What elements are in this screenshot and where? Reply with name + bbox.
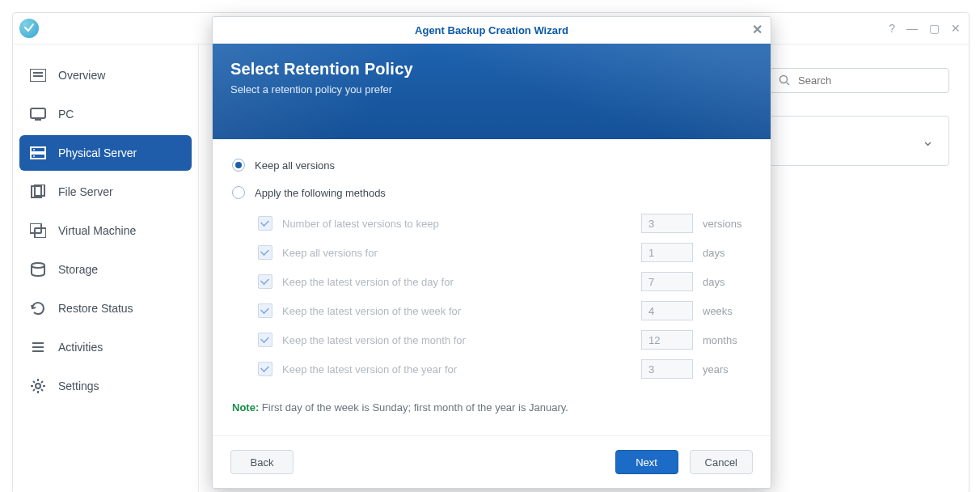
activities-icon xyxy=(29,340,47,354)
close-icon[interactable]: ✕ xyxy=(951,22,961,35)
sidebar-item-label: File Server xyxy=(58,185,113,198)
modal-hero-subtitle: Select a retention policy you prefer xyxy=(230,83,753,95)
method-label: Keep all versions for xyxy=(282,247,632,259)
method-label: Keep the latest version of the week for xyxy=(282,305,632,317)
svg-point-17 xyxy=(36,384,40,388)
sidebar-item-label: Activities xyxy=(58,341,103,354)
method-input-versions[interactable] xyxy=(641,214,693,233)
modal-title-text: Agent Backup Creation Wizard xyxy=(415,24,568,36)
method-unit: days xyxy=(703,247,751,259)
method-input-day[interactable] xyxy=(641,272,693,291)
modal-close-button[interactable]: ✕ xyxy=(752,22,762,37)
svg-line-19 xyxy=(787,83,789,85)
radio-label: Keep all versions xyxy=(255,159,335,172)
overview-icon xyxy=(29,68,47,83)
checkbox-icon[interactable] xyxy=(258,245,272,260)
help-icon[interactable]: ? xyxy=(889,22,895,35)
vm-icon xyxy=(29,223,47,238)
checkbox-icon[interactable] xyxy=(258,362,272,376)
method-unit: days xyxy=(703,276,751,288)
radio-keep-all[interactable]: Keep all versions xyxy=(232,154,751,176)
svg-rect-6 xyxy=(31,154,45,159)
sidebar-item-label: Settings xyxy=(58,380,99,392)
method-input-all-days[interactable] xyxy=(641,243,693,262)
maximize-icon[interactable]: ▢ xyxy=(929,22,940,35)
method-input-month[interactable] xyxy=(641,330,693,350)
method-row-day: Keep the latest version of the day for d… xyxy=(232,267,751,296)
sidebar-item-label: PC xyxy=(58,108,74,121)
sidebar-item-overview[interactable]: Overview xyxy=(19,57,192,93)
svg-rect-3 xyxy=(31,108,45,118)
svg-point-13 xyxy=(32,263,44,268)
method-unit: months xyxy=(703,334,751,346)
method-input-year[interactable] xyxy=(641,359,693,379)
storage-icon xyxy=(29,262,47,277)
method-row-versions: Number of latest versions to keep versio… xyxy=(232,209,751,238)
svg-point-8 xyxy=(33,155,35,157)
method-label: Number of latest versions to keep xyxy=(282,218,632,230)
cancel-button[interactable]: Cancel xyxy=(690,450,753,474)
sidebar-item-file-server[interactable]: File Server xyxy=(19,174,192,210)
sidebar-item-label: Restore Status xyxy=(58,302,133,315)
sidebar-item-label: Overview xyxy=(58,69,105,82)
wizard-modal: Agent Backup Creation Wizard ✕ Select Re… xyxy=(212,16,771,489)
search-input[interactable] xyxy=(770,68,949,93)
method-row-week: Keep the latest version of the week for … xyxy=(232,296,751,325)
method-input-week[interactable] xyxy=(641,301,693,320)
method-row-month: Keep the latest version of the month for… xyxy=(232,325,751,354)
modal-titlebar: Agent Backup Creation Wizard ✕ xyxy=(213,17,771,44)
method-label: Keep the latest version of the month for xyxy=(282,334,632,346)
note: Note: First day of the week is Sunday; f… xyxy=(232,401,751,414)
chevron-down-icon: ⌄ xyxy=(922,132,934,150)
server-icon xyxy=(29,146,47,160)
method-label: Keep the latest version of the year for xyxy=(282,363,632,375)
search-icon xyxy=(779,74,790,86)
checkbox-icon[interactable] xyxy=(258,333,272,347)
modal-hero: Select Retention Policy Select a retenti… xyxy=(213,44,771,139)
method-row-all-days: Keep all versions for days xyxy=(232,238,751,267)
back-button[interactable]: Back xyxy=(230,450,294,474)
sidebar-item-storage[interactable]: Storage xyxy=(19,252,192,287)
method-row-year: Keep the latest version of the year for … xyxy=(232,354,751,384)
sidebar-item-activities[interactable]: Activities xyxy=(19,329,192,365)
method-label: Keep the latest version of the day for xyxy=(282,276,632,288)
method-unit: weeks xyxy=(703,305,751,317)
sidebar-item-label: Physical Server xyxy=(58,146,137,159)
svg-point-18 xyxy=(780,76,788,83)
method-unit: versions xyxy=(703,218,751,230)
svg-point-7 xyxy=(33,149,35,151)
sidebar-item-virtual-machine[interactable]: Virtual Machine xyxy=(19,213,192,248)
svg-rect-5 xyxy=(31,147,45,152)
restore-icon xyxy=(29,301,47,316)
radio-apply-methods[interactable]: Apply the following methods xyxy=(232,181,751,204)
checkbox-icon[interactable] xyxy=(258,216,272,231)
pc-icon xyxy=(29,107,47,121)
note-prefix: Note: xyxy=(232,401,259,414)
sidebar-item-label: Virtual Machine xyxy=(58,224,136,237)
sidebar-item-restore-status[interactable]: Restore Status xyxy=(19,291,192,326)
gear-icon xyxy=(29,379,47,393)
sidebar-item-pc[interactable]: PC xyxy=(19,96,192,132)
radio-icon xyxy=(232,186,245,199)
modal-footer: Back Next Cancel xyxy=(213,435,771,488)
sidebar-item-settings[interactable]: Settings xyxy=(19,368,192,404)
sidebar: Overview PC Physical Server File Server xyxy=(13,45,199,492)
modal-hero-title: Select Retention Policy xyxy=(230,60,753,78)
radio-label: Apply the following methods xyxy=(255,187,386,199)
checkbox-icon[interactable] xyxy=(258,303,272,318)
next-button[interactable]: Next xyxy=(615,450,678,474)
checkbox-icon[interactable] xyxy=(258,274,272,289)
sidebar-item-label: Storage xyxy=(58,263,98,276)
minimize-icon[interactable]: — xyxy=(906,22,918,35)
search-field[interactable] xyxy=(796,74,940,87)
sidebar-item-physical-server[interactable]: Physical Server xyxy=(19,135,192,171)
app-icon xyxy=(19,19,39,38)
note-text: First day of the week is Sunday; first m… xyxy=(262,401,568,414)
radio-icon xyxy=(232,159,245,172)
file-server-icon xyxy=(29,184,47,199)
method-unit: years xyxy=(703,363,751,375)
modal-content: Keep all versions Apply the following me… xyxy=(213,139,771,429)
